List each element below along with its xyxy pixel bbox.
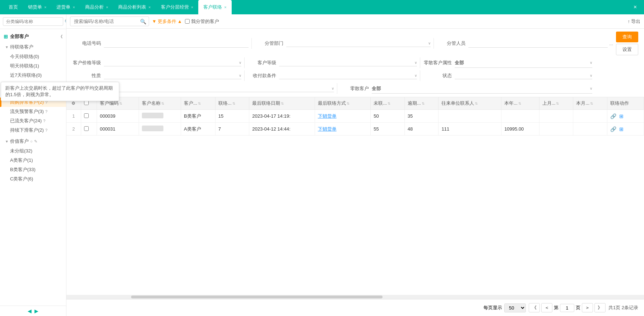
- col-last-month[interactable]: 上月...⇅: [539, 97, 573, 110]
- nav-product-analysis[interactable]: 商品分析 ×: [80, 0, 113, 14]
- sidebar-tree: ⊞ 全部客户 《 ▼ 待联络客户 今天待联络(0) 明天待联络(1) 近7天待联…: [0, 29, 66, 306]
- sidebar-all-customers[interactable]: ⊞ 全部客户 《: [0, 31, 66, 42]
- qr-icon[interactable]: ⊞: [619, 126, 624, 132]
- qr-icon[interactable]: ⊞: [619, 113, 624, 119]
- left-arrow-icon[interactable]: ◀: [28, 308, 32, 314]
- row-unit-contact: [439, 110, 501, 123]
- sidebar-item-a-class[interactable]: A类客户(1): [0, 156, 66, 165]
- col-unit-contact[interactable]: 往来单位联系人⇅: [439, 97, 501, 110]
- status-select[interactable]: ∨: [455, 72, 592, 79]
- close-icon[interactable]: ×: [73, 5, 75, 9]
- link-icon[interactable]: 🔗: [610, 113, 616, 119]
- pending-group-title[interactable]: ▼ 待联络客户: [0, 42, 66, 52]
- filter-search-input[interactable]: [70, 16, 149, 26]
- sidebar-item-b-class[interactable]: B类客户(33): [0, 165, 66, 174]
- sidebar-item-continuous-down[interactable]: 持续下滑客户(2) ?: [0, 126, 66, 135]
- row-seq: 2: [66, 123, 81, 136]
- chevron-down-icon: ∨: [332, 86, 334, 90]
- sidebar-item-tomorrow-pending[interactable]: 明天待联络(1): [0, 61, 66, 71]
- customer-type-select[interactable]: ∨: [114, 85, 334, 92]
- help-icon[interactable]: ?: [43, 119, 45, 123]
- right-arrow-icon[interactable]: ▶: [34, 308, 38, 314]
- row-code: 000039: [97, 110, 139, 123]
- horizontal-scrollbar[interactable]: [66, 295, 644, 299]
- close-icon[interactable]: ×: [191, 5, 193, 9]
- row-checkbox-cell[interactable]: [81, 123, 97, 136]
- sidebar-bottom: ◀ ▶: [0, 306, 66, 316]
- manager-dots[interactable]: ...: [609, 41, 613, 46]
- sort-icon: ⇅: [556, 102, 559, 105]
- action-icons: 🔗 ⊞: [610, 113, 641, 119]
- col-overdue[interactable]: 逾期...⇅: [404, 97, 439, 110]
- sidebar-item-c-class[interactable]: C类客户(6): [0, 174, 66, 184]
- first-page-button[interactable]: 《: [529, 303, 540, 312]
- my-customers-checkbox[interactable]: [185, 19, 190, 24]
- export-button[interactable]: ↑ 导出: [628, 18, 641, 25]
- collapse-icon[interactable]: 《: [59, 34, 62, 39]
- sidebar-search-input[interactable]: [3, 17, 63, 26]
- col-customer-type[interactable]: 客户...⇅: [181, 97, 215, 110]
- customer-level-select[interactable]: ∨: [279, 59, 417, 66]
- window-close-button[interactable]: ×: [630, 4, 640, 10]
- nav-home[interactable]: 首页: [4, 0, 23, 14]
- nav-purchase-order[interactable]: 进货单 ×: [51, 0, 80, 14]
- sidebar-item-lost-pre[interactable]: 流失预警客户(3) ?: [0, 107, 66, 116]
- prev-page-button[interactable]: ＜: [541, 303, 552, 312]
- help-icon[interactable]: ?: [45, 109, 47, 114]
- close-icon[interactable]: ×: [148, 5, 150, 9]
- link-icon[interactable]: 🔗: [610, 126, 616, 132]
- nature-select[interactable]: ∨: [104, 72, 241, 79]
- value-group-title[interactable]: ▼ 价值客户 ○ ✎: [0, 136, 66, 146]
- sidebar-item-lost[interactable]: 已流失客户(24) ?: [0, 116, 66, 126]
- chevron-down-icon: ∨: [590, 74, 592, 77]
- edit-icon[interactable]: ✎: [34, 139, 37, 144]
- scatter-customer-select[interactable]: 全部 ∨: [372, 84, 592, 94]
- filter-row-3: 性质 ∨ 收付款条件 ∨ 状态: [72, 70, 638, 81]
- chevron-down-icon: ∨: [239, 74, 241, 77]
- col-this-month[interactable]: 本月...⇅: [573, 97, 607, 110]
- close-icon[interactable]: ×: [106, 5, 108, 9]
- more-conditions-button[interactable]: ▼ 更多条件 ▲: [152, 18, 182, 25]
- col-last-contact-date[interactable]: 最后联络日期⇅: [249, 97, 315, 110]
- col-last-contact-method[interactable]: 最后联络方式⇅: [315, 97, 371, 110]
- scatter-attr-select[interactable]: 全部 ∨: [455, 58, 592, 68]
- last-page-button[interactable]: 》: [594, 303, 606, 312]
- help-icon[interactable]: ?: [45, 128, 47, 132]
- col-uncontacted[interactable]: 未联...⇅: [371, 97, 405, 110]
- nav-product-analysis-list[interactable]: 商品分析列表 ×: [113, 0, 156, 14]
- scrollbar-thumb[interactable]: [131, 296, 383, 298]
- dept-select[interactable]: ∨: [286, 40, 431, 47]
- table-row: 1 000039 B类客户 15 2023-04-17 14:19: 下销货单 …: [66, 110, 644, 123]
- scatter-customer-label: 零散客户: [340, 85, 369, 92]
- nav-customer-tier[interactable]: 客户分层经营 ×: [156, 0, 198, 14]
- query-button[interactable]: 查询: [616, 32, 638, 42]
- filter-divider: [244, 57, 245, 68]
- close-icon[interactable]: ×: [44, 5, 46, 9]
- nav-customer-contact[interactable]: 客户联络 ×: [198, 0, 231, 14]
- col-this-year[interactable]: 本年...⇅: [501, 97, 539, 110]
- row-checkbox[interactable]: [84, 113, 89, 118]
- my-customers-checkbox-area[interactable]: 我分管的客户: [185, 18, 219, 25]
- col-action: 联络动作: [607, 97, 644, 110]
- manager-input[interactable]: [468, 39, 608, 48]
- row-checkbox[interactable]: [84, 126, 89, 131]
- settings-button[interactable]: 设置: [616, 44, 638, 55]
- sidebar-item-today-pending[interactable]: 今天待联络(0): [0, 52, 66, 61]
- next-page-button[interactable]: ＞: [582, 303, 593, 312]
- page-number-input[interactable]: [560, 304, 574, 312]
- nav-sales-order[interactable]: 销货单 ×: [23, 0, 51, 14]
- sidebar-item-7day-pending[interactable]: 近7天待联络(0): [0, 71, 66, 80]
- price-level-select[interactable]: ∨: [104, 59, 241, 66]
- filter-search-icon[interactable]: 🔍: [140, 19, 146, 24]
- grid-icon: ⊞: [4, 34, 8, 39]
- col-name[interactable]: 客户名称⇅: [139, 97, 181, 110]
- row-checkbox-cell[interactable]: [81, 110, 97, 123]
- phone-input[interactable]: [104, 39, 249, 48]
- per-page-select[interactable]: 10 20 50 100: [504, 303, 526, 312]
- col-contact-count[interactable]: 联络...⇅: [215, 97, 249, 110]
- sidebar-item-ungroup[interactable]: 未分组(32): [0, 146, 66, 156]
- close-icon[interactable]: ×: [224, 5, 226, 9]
- row-actions: 🔗 ⊞: [607, 110, 644, 123]
- payment-terms-select[interactable]: ∨: [279, 72, 417, 79]
- row-last-method: 下销货单: [315, 110, 371, 123]
